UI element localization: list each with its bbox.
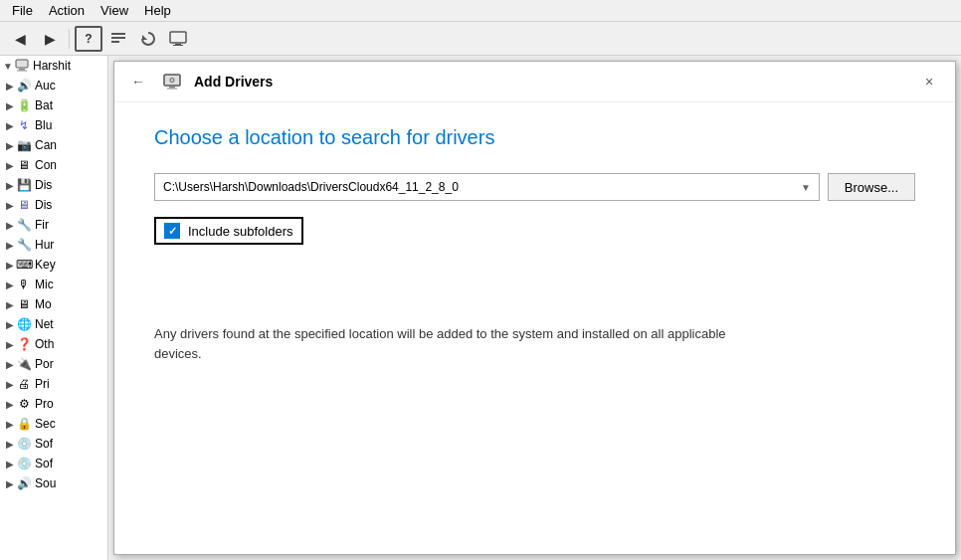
expand-sou: ▶ bbox=[4, 477, 16, 489]
tree-item-hur[interactable]: ▶ 🔧 Hur bbox=[0, 235, 107, 255]
sidebar: ▼ Harshit ▶ 🔊 Auc ▶ 🔋 Bat ▶ ↯ Blu bbox=[0, 56, 108, 560]
hardware-icon: 🔧 bbox=[16, 237, 32, 253]
properties-toolbar-btn[interactable] bbox=[104, 26, 132, 52]
expand-key: ▶ bbox=[4, 259, 16, 271]
driver-icon bbox=[162, 72, 182, 92]
menu-file[interactable]: File bbox=[4, 1, 41, 20]
back-toolbar-btn[interactable]: ◀ bbox=[6, 26, 34, 52]
tree-item-net[interactable]: ▶ 🌐 Net bbox=[0, 314, 107, 334]
software-icon-1: 💿 bbox=[16, 436, 32, 452]
display-toolbar-btn[interactable] bbox=[164, 26, 192, 52]
computer-icon bbox=[14, 58, 30, 74]
tree-item-sof1[interactable]: ▶ 💿 Sof bbox=[0, 434, 107, 454]
label-sec: Sec bbox=[35, 417, 56, 431]
toolbar-sep-1 bbox=[69, 29, 70, 49]
menu-action[interactable]: Action bbox=[41, 1, 93, 20]
dialog-title-text: Add Drivers bbox=[194, 74, 273, 90]
tree-item-dis1[interactable]: ▶ 💾 Dis bbox=[0, 175, 107, 195]
svg-rect-1 bbox=[111, 37, 125, 39]
tree-item-sec[interactable]: ▶ 🔒 Sec bbox=[0, 414, 107, 434]
tree-item-dis2[interactable]: ▶ 🖥 Dis bbox=[0, 195, 107, 215]
help-toolbar-btn[interactable]: ? bbox=[75, 26, 102, 52]
tree-item-con[interactable]: ▶ 🖥 Con bbox=[0, 155, 107, 175]
refresh-toolbar-btn[interactable] bbox=[134, 26, 162, 52]
svg-rect-8 bbox=[19, 69, 25, 71]
add-drivers-dialog: ← Add Drivers × Choose a location t bbox=[113, 61, 956, 555]
tree-item-sof2[interactable]: ▶ 💿 Sof bbox=[0, 454, 107, 473]
mic-icon: 🎙 bbox=[16, 277, 32, 292]
tree-item-can[interactable]: ▶ 📷 Can bbox=[0, 135, 107, 155]
label-dis1: Dis bbox=[35, 178, 52, 192]
checkbox-check-icon: ✓ bbox=[168, 225, 177, 238]
svg-rect-9 bbox=[17, 71, 27, 72]
forward-toolbar-btn[interactable]: ▶ bbox=[36, 26, 64, 52]
label-oth: Oth bbox=[35, 337, 54, 351]
tree-item-por[interactable]: ▶ 🔌 Por bbox=[0, 354, 107, 374]
svg-rect-12 bbox=[167, 89, 177, 90]
disk-icon: 💾 bbox=[16, 177, 32, 193]
tree-item-sou[interactable]: ▶ 🔊 Sou bbox=[0, 473, 107, 493]
include-subfolders-checkbox[interactable]: ✓ bbox=[164, 223, 180, 239]
expand-fir: ▶ bbox=[4, 219, 16, 231]
tree-item-pro[interactable]: ▶ ⚙ Pro bbox=[0, 394, 107, 414]
label-bat: Bat bbox=[35, 98, 53, 112]
firmware-icon: 🔧 bbox=[16, 217, 32, 233]
tree-item-auc[interactable]: ▶ 🔊 Auc bbox=[0, 76, 107, 95]
expand-dis1: ▶ bbox=[4, 179, 16, 191]
dialog-body: Choose a location to search for drivers … bbox=[114, 102, 955, 554]
tree-item-mo[interactable]: ▶ 🖥 Mo bbox=[0, 294, 107, 314]
other-icon: ❓ bbox=[16, 336, 32, 352]
tree-root-label: Harshit bbox=[33, 59, 71, 73]
label-auc: Auc bbox=[35, 79, 56, 93]
dialog-title-left: ← Add Drivers bbox=[126, 70, 273, 93]
tree-item-pri[interactable]: ▶ 🖨 Pri bbox=[0, 374, 107, 394]
path-dropdown[interactable]: C:\Users\Harsh\Downloads\DriversCloudx64… bbox=[154, 173, 820, 201]
expand-por: ▶ bbox=[4, 358, 16, 370]
expand-dis2: ▶ bbox=[4, 199, 16, 211]
label-dis2: Dis bbox=[35, 198, 52, 212]
tree-item-blu[interactable]: ▶ ↯ Blu bbox=[0, 115, 107, 135]
svg-rect-7 bbox=[16, 60, 28, 68]
tree-item-key[interactable]: ▶ ⌨ Key bbox=[0, 255, 107, 275]
svg-rect-0 bbox=[111, 33, 125, 35]
dropdown-arrow-icon: ▼ bbox=[801, 182, 811, 193]
svg-rect-4 bbox=[170, 32, 186, 43]
content-area: ← Add Drivers × Choose a location t bbox=[108, 56, 961, 560]
dialog-back-button[interactable]: ← bbox=[126, 70, 150, 93]
label-net: Net bbox=[35, 317, 54, 331]
tree-item-bat[interactable]: ▶ 🔋 Bat bbox=[0, 95, 107, 115]
include-subfolders-row[interactable]: ✓ Include subfolders bbox=[154, 217, 303, 245]
path-value: C:\Users\Harsh\Downloads\DriversCloudx64… bbox=[163, 180, 459, 194]
dialog-title-icon bbox=[160, 70, 184, 93]
printer-icon: 🖨 bbox=[16, 376, 32, 392]
refresh-icon bbox=[140, 31, 156, 47]
menu-view[interactable]: View bbox=[93, 1, 136, 20]
info-text: Any drivers found at the specified locat… bbox=[154, 324, 751, 363]
network-icon: 🌐 bbox=[16, 316, 32, 332]
path-row: C:\Users\Harsh\Downloads\DriversCloudx64… bbox=[154, 173, 915, 201]
keyboard-icon: ⌨ bbox=[16, 257, 32, 273]
display-icon-2: 🖥 bbox=[16, 197, 32, 213]
expand-bat: ▶ bbox=[4, 99, 16, 111]
tree-item-oth[interactable]: ▶ ❓ Oth bbox=[0, 334, 107, 354]
svg-rect-6 bbox=[173, 45, 183, 46]
tree-item-fir[interactable]: ▶ 🔧 Fir bbox=[0, 215, 107, 235]
menu-help[interactable]: Help bbox=[136, 1, 179, 20]
label-pri: Pri bbox=[35, 377, 50, 391]
port-icon: 🔌 bbox=[16, 356, 32, 372]
dialog-titlebar: ← Add Drivers × bbox=[114, 62, 955, 102]
label-sou: Sou bbox=[35, 476, 56, 490]
svg-rect-11 bbox=[169, 87, 175, 89]
battery-icon: 🔋 bbox=[16, 97, 32, 113]
display-icon bbox=[169, 31, 187, 47]
dialog-close-button[interactable]: × bbox=[915, 71, 943, 93]
menubar: File Action View Help bbox=[0, 0, 961, 22]
expand-sec: ▶ bbox=[4, 418, 16, 430]
browse-button[interactable]: Browse... bbox=[828, 173, 915, 201]
tree-root[interactable]: ▼ Harshit bbox=[0, 56, 107, 76]
label-can: Can bbox=[35, 138, 57, 152]
tree-root-expand[interactable]: ▼ bbox=[2, 60, 14, 72]
label-blu: Blu bbox=[35, 118, 52, 132]
expand-can: ▶ bbox=[4, 139, 16, 151]
tree-item-mic[interactable]: ▶ 🎙 Mic bbox=[0, 275, 107, 294]
